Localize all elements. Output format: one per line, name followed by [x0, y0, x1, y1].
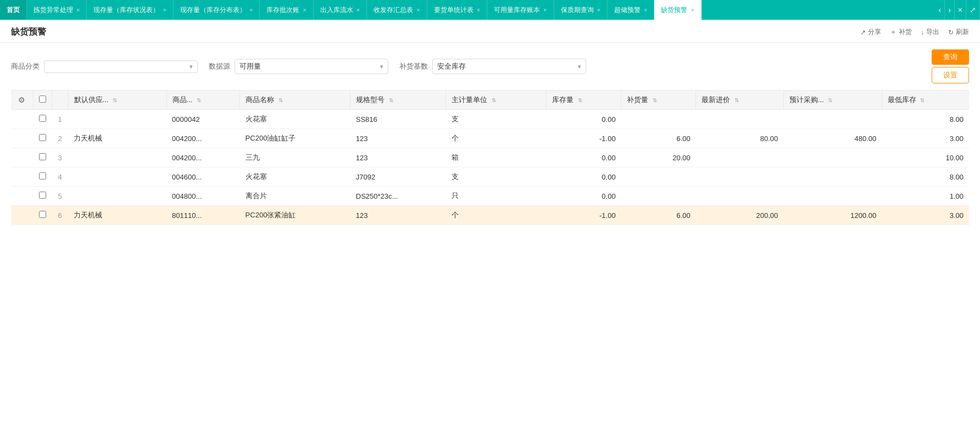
- row-checkbox-4[interactable]: [39, 192, 46, 199]
- cell-unit-3: 支: [446, 167, 547, 187]
- cell-replenish-1: 6.00: [621, 129, 696, 148]
- close-tab-inventory-dist[interactable]: ×: [249, 7, 253, 13]
- sort-supplier-icon[interactable]: ⇅: [113, 97, 117, 103]
- share-icon: ↗: [860, 29, 866, 36]
- cell-est-purchase-3: [783, 167, 882, 187]
- table-row: 5 004800... 离合片 DS250*23c... 只 0.00 1.00: [11, 187, 969, 206]
- cell-index-2: 3: [52, 148, 68, 167]
- cell-checkbox-1[interactable]: [33, 129, 52, 148]
- tab-inventory-dist[interactable]: 现存量（库存分布表） ×: [174, 0, 260, 20]
- cell-replenish-4: [621, 187, 696, 206]
- sort-product-name-icon[interactable]: ⇅: [279, 97, 283, 103]
- sort-latest-price-icon[interactable]: ⇅: [734, 97, 739, 103]
- select-all-checkbox[interactable]: [39, 96, 46, 103]
- tab-inventory-status[interactable]: 现存量（库存状况表） ×: [87, 0, 173, 20]
- cell-checkbox-0[interactable]: [33, 110, 52, 129]
- th-supplier: 默认供应... ⇅: [68, 91, 166, 110]
- sort-est-purchase-icon[interactable]: ⇅: [828, 97, 832, 103]
- cell-index-1: 2: [52, 129, 68, 148]
- close-tab-defect[interactable]: ×: [76, 7, 80, 13]
- query-button[interactable]: 查询: [932, 49, 969, 65]
- tab-expire-query[interactable]: 保质期查询 ×: [554, 0, 608, 20]
- replenish-button[interactable]: ＋ 补货: [890, 27, 912, 37]
- cell-checkbox-4[interactable]: [33, 187, 52, 206]
- replenish-base-filter-group: 补货基数 安全库存 ▾: [399, 59, 586, 74]
- sort-unit-icon[interactable]: ⇅: [492, 97, 496, 103]
- tab-next-btn[interactable]: ›: [945, 0, 955, 20]
- tab-fullscreen-btn[interactable]: ⤢: [966, 0, 980, 20]
- refresh-button[interactable]: ↻ 刷新: [948, 27, 969, 37]
- category-select[interactable]: ▾: [44, 60, 198, 73]
- tab-prev-btn[interactable]: ‹: [935, 0, 945, 20]
- tab-close-all-btn[interactable]: ×: [955, 0, 966, 20]
- cell-product-code-3: 004600...: [166, 167, 240, 187]
- cell-est-purchase-5: 1200.00: [783, 206, 882, 225]
- main-content: 缺货预警 ↗ 分享 ＋ 补货 ↓ 导出 ↻ 刷新 商品分类: [0, 20, 980, 437]
- th-stock-label: 库存量: [552, 96, 573, 104]
- tab-home[interactable]: 首页: [0, 0, 27, 20]
- sort-replenish-icon[interactable]: ⇅: [653, 97, 657, 103]
- close-tab-overstock[interactable]: ×: [644, 7, 647, 13]
- cell-min-stock-4: 1.00: [882, 187, 969, 206]
- tab-batch-account[interactable]: 库存批次账 ×: [260, 0, 313, 20]
- th-min-stock-label: 最低库存: [888, 96, 916, 104]
- tab-order-stats[interactable]: 要货单统计表 ×: [427, 0, 487, 20]
- cell-stock-2: 0.00: [547, 148, 621, 167]
- data-table: ⚙ 默认供应... ⇅ 商品... ⇅ 商品名称: [11, 90, 969, 225]
- replenish-label: 补货: [899, 27, 912, 37]
- row-checkbox-0[interactable]: [39, 115, 46, 122]
- cell-unit-0: 支: [446, 110, 547, 129]
- close-tab-inout[interactable]: ×: [357, 7, 360, 13]
- cell-checkbox-3[interactable]: [33, 167, 52, 187]
- close-tab-inventory-status[interactable]: ×: [163, 7, 166, 13]
- datasource-label: 数据源: [209, 61, 230, 71]
- close-tab-recv[interactable]: ×: [416, 7, 420, 13]
- tab-home-label: 首页: [7, 5, 20, 15]
- datasource-select[interactable]: 可用量 ▾: [235, 59, 388, 74]
- replenish-base-value: 安全库存: [437, 61, 466, 71]
- tab-batch-label: 库存批次账: [266, 5, 299, 15]
- row-checkbox-3[interactable]: [39, 172, 46, 180]
- tab-overstock[interactable]: 超储预警 ×: [608, 0, 654, 20]
- cell-checkbox-2[interactable]: [33, 148, 52, 167]
- sort-product-code-icon[interactable]: ⇅: [197, 97, 201, 103]
- settings-button[interactable]: 设置: [932, 67, 969, 83]
- tab-shortage[interactable]: 缺货预警 ×: [654, 0, 701, 20]
- sort-spec-icon[interactable]: ⇅: [389, 97, 393, 103]
- tab-recv-summary[interactable]: 收发存汇总表 ×: [367, 0, 427, 20]
- cell-min-stock-1: 3.00: [882, 129, 969, 148]
- settings-gear-icon[interactable]: ⚙: [18, 96, 25, 104]
- export-button[interactable]: ↓ 导出: [921, 27, 939, 37]
- close-tab-order[interactable]: ×: [477, 7, 480, 13]
- th-latest-price: 最新进价 ⇅: [696, 91, 784, 110]
- filter-actions: 查询 设置: [932, 49, 969, 83]
- page-header: 缺货预警 ↗ 分享 ＋ 补货 ↓ 导出 ↻ 刷新: [0, 20, 980, 43]
- th-spec: 规格型号 ⇅: [350, 91, 446, 110]
- close-tab-shortage[interactable]: ×: [691, 7, 694, 13]
- cell-checkbox-5[interactable]: [33, 206, 52, 225]
- export-icon: ↓: [921, 29, 924, 36]
- cell-settings-0: [11, 110, 33, 129]
- tab-available-ledger[interactable]: 可用量库存账本 ×: [487, 0, 554, 20]
- share-button[interactable]: ↗ 分享: [860, 27, 881, 37]
- row-checkbox-2[interactable]: [39, 153, 46, 160]
- cell-settings-5: [11, 206, 33, 225]
- close-tab-expire[interactable]: ×: [597, 7, 600, 13]
- export-label: 导出: [926, 27, 939, 37]
- close-tab-available[interactable]: ×: [543, 7, 547, 13]
- tab-inout-flow[interactable]: 出入库流水 ×: [314, 0, 367, 20]
- sort-stock-icon[interactable]: ⇅: [578, 97, 582, 103]
- sort-min-stock-icon[interactable]: ⇅: [920, 97, 925, 103]
- cell-latest-price-4: [696, 187, 784, 206]
- replenish-base-select[interactable]: 安全库存 ▾: [432, 59, 586, 74]
- row-checkbox-5[interactable]: [39, 211, 46, 218]
- tab-defect-processing[interactable]: 拣货异常处理 ×: [27, 0, 87, 20]
- table-row: 6 力天机械 801110... PC200张紧油缸 123 个 -1.00 6…: [11, 206, 969, 225]
- th-settings[interactable]: ⚙: [11, 91, 33, 110]
- tab-expire-label: 保质期查询: [561, 5, 594, 15]
- table-header-row: ⚙ 默认供应... ⇅ 商品... ⇅ 商品名称: [11, 91, 969, 110]
- tab-inventory-dist-label: 现存量（库存分布表）: [180, 5, 246, 15]
- close-tab-batch[interactable]: ×: [303, 7, 306, 13]
- table-row: 1 0000042 火花塞 SS816 支 0.00 8.00: [11, 110, 969, 129]
- row-checkbox-1[interactable]: [39, 134, 46, 141]
